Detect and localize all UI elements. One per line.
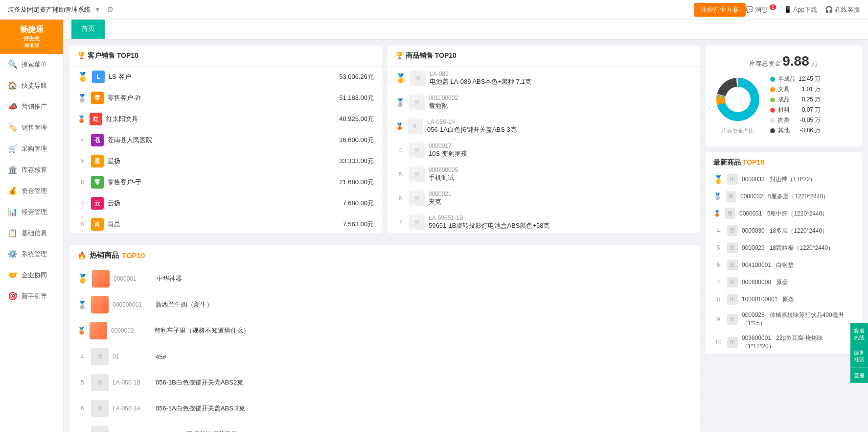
product-sell-row: 🥉 图 LA-056-1A 056-1A白色按键开关盖ABS 3克 (388, 115, 700, 139)
left-column: 🏆 客户销售 TOP10 🥇 L LS 客户 53,006.26元 🥈 零 零售… (69, 46, 700, 432)
finance-icon: 💰 (8, 186, 18, 195)
sidebar-item-base-info[interactable]: 📋 基础信息 (0, 222, 63, 243)
float-btn-service[interactable]: 客服热线 (850, 323, 868, 346)
legend-name: 半成品 (778, 75, 796, 83)
product-name: 雪地靴 (429, 101, 692, 110)
sidebar-guide-label: 新手引导 (22, 292, 47, 301)
legend-name: 成品 (778, 96, 799, 104)
sidebar-item-marketing[interactable]: 📣 营销推广 (0, 96, 63, 117)
product-name: 10S 变刹罗孩 (429, 149, 692, 158)
trophy-icon: 🏆 (77, 51, 86, 59)
sidebar-system-label: 系统管理 (22, 250, 47, 259)
newest-product-name: 0000030 18多层（1220*2440） (742, 227, 854, 235)
sidebar-item-operations[interactable]: 📊 经营管理 (0, 201, 63, 222)
sidebar-item-purchase[interactable]: 🛒 采购管理 (0, 138, 63, 159)
sidebar-item-finance[interactable]: 💰 资金管理 (0, 180, 63, 201)
rank-row: 6 零 零售客户-于 21,680.00元 (69, 172, 382, 193)
customer-amount: 7,680.00元 (343, 199, 374, 208)
product-sell-row: 🥇 图 LA-089 电池盖 LA-089 ABS本色+黑种 7.1克 (388, 67, 700, 91)
customer-name: 苍南县人民医院 (108, 136, 335, 144)
app-download-action[interactable]: 📱 App下载 (784, 5, 817, 14)
rank-row: 🥉 红 红太阳文具 40,925.00元 (69, 109, 382, 130)
rank-number: 6 (713, 262, 723, 268)
sidebar-item-cooperation[interactable]: 🤝 企业协同 (0, 264, 63, 286)
medal-icon: 🥉 (77, 115, 86, 123)
message-action[interactable]: 💬 消息 6 (746, 5, 777, 14)
top-bar-actions: 💬 消息 6 📱 App下载 🎧 在线客服 (746, 5, 860, 14)
sidebar-item-inventory[interactable]: 🏛️ 库存核算 (0, 159, 63, 180)
product-info: 000800005 手机测试 (429, 167, 692, 182)
tab-home[interactable]: 首页 (71, 20, 105, 39)
customer-name: 云扬 (108, 199, 339, 208)
newest-product-img: 图 (727, 337, 738, 348)
customer-amount: 7,563.00元 (343, 220, 374, 229)
customer-amount: 53,006.26元 (339, 72, 374, 81)
rank-row: 🥇 L LS 客户 53,006.26元 (69, 67, 382, 88)
legend-name: 其他 (778, 126, 797, 135)
customer-avatar: 零 (91, 176, 104, 189)
legend-dot (770, 87, 775, 92)
sidebar-item-guide[interactable]: 🎯 新手引导 (0, 286, 63, 307)
dropdown-arrow-icon[interactable]: ▼ (94, 6, 101, 13)
base-info-icon: 📋 (8, 228, 18, 238)
newest-products-card: 最新商品 TOP10 🥇 图 0000033 封边带（1.0*22） 🥈 图 0… (706, 152, 862, 354)
product-sell-row: 6 图 0000021 夹克 (388, 187, 700, 211)
product-sell-rank-card: 🏆 商品销售 TOP10 🥇 图 LA-089 电池盖 LA-089 ABS本色… (388, 46, 700, 233)
hot-product-img: 图 (91, 348, 109, 365)
message-label: 消息 (755, 6, 768, 13)
float-btn-community[interactable]: 服务社区 (850, 345, 868, 368)
sidebar-item-system[interactable]: ⚙️ 系统管理 (0, 243, 63, 264)
product-img: 图 (409, 215, 425, 230)
hot-product-row: 🥇 0000001 中华神器 (69, 266, 700, 292)
medal-icon: 🥈 (395, 98, 405, 107)
sidebar-item-quicknav[interactable]: 🏠 快捷导航 (0, 75, 63, 96)
rank-number: 4 (713, 227, 723, 234)
product-code: 0000021 (429, 191, 692, 197)
product-code: 001000002 (429, 95, 692, 101)
legend-dot (770, 97, 775, 102)
main-content: 首页 🏆 客户销售 TOP10 🥇 L LS 客户 53,006.26元 🥈 (64, 20, 868, 432)
top-bar: 装备及固定资产辅助管理系统 ▼ ⚙ 体验行业方案 💬 消息 6 📱 App下载 … (0, 0, 868, 20)
cooperation-icon: 🤝 (8, 270, 18, 280)
newest-product-row: 9 图 0000028 体械嘉枝味苏打饮品400毫升（1*15） (706, 308, 862, 331)
legend-dot (770, 108, 775, 113)
rank-number: 10 (713, 339, 723, 346)
sidebar-item-sales[interactable]: 🏷️ 销售管理 (0, 117, 63, 138)
newest-product-row: 🥇 图 0000033 封边带（1.0*22） (706, 171, 862, 188)
float-btn-live[interactable]: 直播 (850, 368, 868, 383)
fire-icon: 🔥 (77, 251, 87, 260)
inventory-card: 库存总资金 9.88 万 (706, 46, 862, 146)
settings-icon[interactable]: ⚙ (107, 5, 114, 14)
hot-product-code: 0000002 (111, 327, 150, 334)
hot-product-name: 056-1A白色按键开关盖ABS 3克 (156, 404, 692, 413)
customer-avatar: 星 (91, 155, 104, 168)
legend-name: 材料 (778, 106, 799, 114)
product-img: 图 (409, 95, 425, 110)
legend-value: 1.01 万 (802, 85, 821, 94)
legend-name: 肉类 (778, 116, 797, 124)
medal-icon: 🥉 (395, 122, 404, 130)
product-sell-row: 4 图 0000017 10S 变刹罗孩 (388, 139, 700, 163)
experience-button[interactable]: 体验行业方案 (694, 3, 746, 17)
customer-amount: 36,600.00元 (339, 136, 374, 144)
online-service-action[interactable]: 🎧 在线客服 (825, 5, 860, 14)
legend-dot (770, 128, 775, 133)
rank-row: 7 云 云扬 7,680.00元 (69, 193, 382, 214)
hot-product-row: 4 图 01 45# (69, 344, 700, 370)
product-code: LA-59651-1B (429, 215, 692, 221)
sidebar-sales-label: 销售管理 (22, 123, 47, 132)
inventory-total: 库存总资金 9.88 万 (713, 53, 854, 69)
rank-row: 4 苍 苍南县人民医院 36,600.00元 (69, 130, 382, 151)
product-name: 056-1A白色按键开关盖ABS 3克 (427, 125, 692, 134)
customer-name: 零售客户-于 (108, 178, 335, 187)
img-placeholder (91, 296, 109, 313)
right-column: 库存总资金 9.88 万 (706, 46, 862, 432)
sidebar-item-search[interactable]: 🔍 搜索菜单 (0, 54, 63, 75)
product-sell-row: 🥈 图 001000002 雪地靴 (388, 91, 700, 115)
legend-dot (770, 77, 775, 82)
product-sell-rank-title: 🏆 商品销售 TOP10 (388, 46, 700, 67)
app-subtitle: 好生意 (5, 35, 58, 42)
hot-product-name: 新西兰牛肉（新牛） (156, 300, 692, 309)
legend-value: 0.25 万 (802, 96, 821, 104)
newest-product-img: 图 (725, 208, 735, 219)
